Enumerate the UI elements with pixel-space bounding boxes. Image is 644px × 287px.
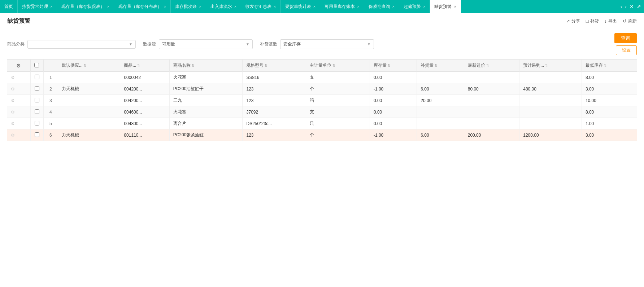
cell-min_stock: 3.00	[582, 83, 637, 95]
tab-inout-flow[interactable]: 出入库流水 ×	[206, 0, 241, 13]
cell-est_purchase	[519, 106, 582, 118]
row-checkbox[interactable]	[35, 86, 39, 91]
cell-check	[30, 129, 43, 141]
tab-inventory-dist[interactable]: 现存量（库存分布表） ×	[114, 0, 171, 13]
cell-stock: 0.00	[370, 95, 417, 106]
tab-close-icon[interactable]: ×	[199, 4, 201, 9]
cell-latest_price: 80.00	[464, 83, 519, 95]
col-header-stock[interactable]: 库存量⇅	[370, 59, 417, 72]
cell-num: 4	[43, 106, 58, 118]
select-all-checkbox[interactable]	[34, 63, 39, 67]
cell-goods_code: 004200...	[120, 95, 169, 106]
cell-stock: 0.00	[370, 118, 417, 129]
col-header-goods_name[interactable]: 商品名称⇅	[169, 59, 243, 72]
cell-unit: 支	[306, 106, 370, 118]
query-button[interactable]: 查询	[614, 33, 637, 43]
row-checkbox[interactable]	[35, 109, 39, 114]
row-gear-icon: ⚙	[11, 133, 15, 138]
settings-button[interactable]: 设置	[616, 45, 637, 55]
tab-next-button[interactable]: ›	[623, 4, 628, 9]
tab-close-icon[interactable]: ×	[164, 4, 166, 9]
tab-close-all-button[interactable]: ✕	[628, 4, 635, 9]
tab-close-icon[interactable]: ×	[234, 4, 236, 9]
tab-close-icon[interactable]: ×	[107, 4, 109, 9]
cell-goods_code: 004600...	[120, 106, 169, 118]
cell-min_stock: 10.00	[582, 95, 637, 106]
tab-inventory-status[interactable]: 现存量（库存状况表） ×	[57, 0, 114, 13]
row-checkbox[interactable]	[35, 121, 39, 125]
tab-label: 保质期查询	[369, 4, 390, 10]
cell-num: 2	[43, 83, 58, 95]
sort-icon-spec: ⇅	[265, 64, 267, 67]
tab-home[interactable]: 首页	[0, 0, 18, 13]
tab-prev-button[interactable]: ‹	[619, 4, 624, 9]
tab-label: 收发存汇总表	[245, 4, 271, 10]
datasource-arrow-icon: ▼	[246, 42, 249, 46]
col-header-unit[interactable]: 主计量单位⇅	[306, 59, 370, 72]
share-button[interactable]: ↗ 分享	[566, 18, 580, 24]
col-header-goods_code[interactable]: 商品...⇅	[120, 59, 169, 72]
cell-replenish_qty	[417, 118, 464, 129]
cell-check	[30, 106, 43, 118]
col-header-replenish_qty[interactable]: 补货量⇅	[417, 59, 464, 72]
cell-latest_price	[464, 118, 519, 129]
replenish-button[interactable]: □ 补货	[586, 18, 599, 24]
tab-maximize-button[interactable]: ⇗	[635, 4, 643, 9]
row-gear-icon: ⚙	[11, 121, 15, 126]
refresh-button[interactable]: ↺ 刷新	[623, 18, 637, 24]
col-header-spec[interactable]: 规格型号⇅	[243, 59, 306, 72]
tab-nav-buttons: ‹ › ✕ ⇗	[618, 4, 644, 9]
replenish-base-select[interactable]: 安全库存 ▼	[280, 39, 374, 49]
tab-expiry-query[interactable]: 保质期查询 ×	[364, 0, 399, 13]
tab-close-icon[interactable]: ×	[392, 4, 395, 9]
tab-order-stats[interactable]: 要货单统计表 ×	[281, 0, 320, 13]
export-button[interactable]: ↓ 导出	[605, 18, 617, 24]
tab-overstock[interactable]: 超储预警 ×	[399, 0, 430, 13]
tab-close-icon[interactable]: ×	[454, 4, 456, 9]
tab-close-icon[interactable]: ×	[357, 4, 359, 9]
cell-spec: 123	[243, 95, 306, 106]
tab-label: 现存量（库存状况表）	[61, 4, 105, 10]
tab-close-icon[interactable]: ×	[313, 4, 316, 9]
table-row: ⚙2力天机械004200...PC200油缸缸子123个-1.006.0080.…	[7, 83, 637, 95]
tab-close-icon[interactable]: ×	[423, 4, 425, 9]
cell-latest_price: 200.00	[464, 129, 519, 141]
tab-receipt-summary[interactable]: 收发存汇总表 ×	[241, 0, 280, 13]
main-content: 缺货预警 ↗ 分享 □ 补货 ↓ 导出 ↺ 刷新 商品分类	[0, 13, 644, 287]
col-header-latest_price[interactable]: 最新进价⇅	[464, 59, 519, 72]
gear-settings-icon[interactable]: ⚙	[11, 63, 27, 69]
cell-gear: ⚙	[7, 95, 30, 106]
page-header: 缺货预警 ↗ 分享 □ 补货 ↓ 导出 ↺ 刷新	[0, 13, 644, 28]
cell-num: 6	[43, 129, 58, 141]
cell-goods_code: 004800...	[120, 118, 169, 129]
tab-close-icon[interactable]: ×	[50, 4, 52, 9]
tab-available-ledger[interactable]: 可用量库存账本 ×	[320, 0, 364, 13]
col-header-min_stock[interactable]: 最低库存⇅	[582, 59, 637, 72]
sort-icon-unit: ⇅	[332, 64, 335, 67]
share-icon: ↗	[566, 18, 570, 24]
tab-abnormal[interactable]: 拣货异常处理 ×	[18, 0, 57, 13]
datasource-select[interactable]: 可用量 ▼	[159, 39, 253, 49]
col-header-supplier[interactable]: 默认供应...⇅	[58, 59, 120, 72]
tab-bar: 首页拣货异常处理 ×现存量（库存状况表） ×现存量（库存分布表） ×库存批次账 …	[0, 0, 644, 13]
cell-gear: ⚙	[7, 72, 30, 83]
tab-batch-account[interactable]: 库存批次账 ×	[171, 0, 206, 13]
cell-stock: 0.00	[370, 72, 417, 83]
cell-stock: -1.00	[370, 83, 417, 95]
tab-close-icon[interactable]: ×	[274, 4, 276, 9]
filter-datasource-group: 数据源 可用量 ▼	[143, 39, 253, 49]
filter-actions: 查询 设置	[614, 33, 637, 55]
row-gear-icon: ⚙	[11, 98, 15, 103]
row-checkbox[interactable]	[35, 98, 39, 102]
category-value	[31, 42, 32, 47]
row-gear-icon: ⚙	[11, 87, 15, 92]
category-select[interactable]: ▼	[27, 40, 136, 49]
tab-shortage[interactable]: 缺货预警 ×	[430, 0, 461, 13]
row-checkbox[interactable]	[35, 75, 39, 79]
table-area: ⚙默认供应...⇅商品...⇅商品名称⇅规格型号⇅主计量单位⇅库存量⇅补货量⇅最…	[0, 59, 644, 148]
cell-goods_name: 火花塞	[169, 72, 243, 83]
row-checkbox[interactable]	[35, 132, 39, 137]
cell-est_purchase	[519, 118, 582, 129]
tab-label: 首页	[4, 4, 13, 10]
col-header-est_purchase[interactable]: 预计采购...⇅	[519, 59, 582, 72]
